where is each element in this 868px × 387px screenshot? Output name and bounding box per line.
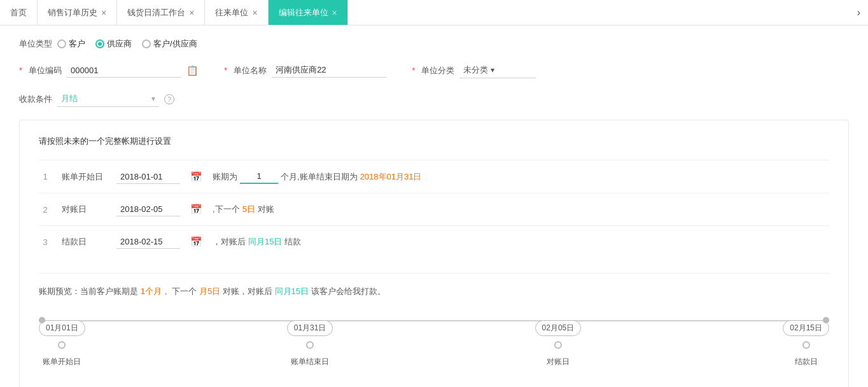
preview-reconcile-pre: 下一个 [172, 286, 197, 296]
tab-cash-work-close[interactable]: × [189, 8, 194, 17]
tab-home-label: 首页 [10, 7, 27, 18]
radio-customer-label: 客户 [69, 38, 85, 50]
timeline-points: 01月01日 账单开始日 01月31日 账单结束日 02月05日 对账日 [39, 320, 829, 367]
row-1-suffix: 账期为 个月,账单结束日期为 2018年01月31日 [213, 169, 421, 184]
unit-code-group: * 单位编码 📋 [19, 64, 199, 78]
radio-both-label: 客户/供应商 [153, 38, 197, 50]
timeline-bubble-3: 02月15日 [783, 320, 829, 336]
config-row-3: 3 结款日 📅 ，对账后 同月15日 结款 [39, 225, 829, 258]
row-2-date-input[interactable] [116, 202, 180, 216]
row-3-calendar-icon[interactable]: 📅 [190, 236, 202, 248]
timeline-dot-2 [554, 341, 562, 349]
timeline-dot-1 [306, 341, 314, 349]
unit-info-row: * 单位编码 📋 * 单位名称 * 单位分类 未分类 ▾ [19, 62, 849, 78]
timeline-point-1: 01月31日 账单结束日 [287, 320, 333, 367]
tab-partner[interactable]: 往来单位 × [205, 0, 268, 25]
tab-bar: 首页 销售订单历史 × 钱货日清工作台 × 往来单位 × 编辑往来单位 × › [0, 0, 868, 25]
unit-category-arrow: ▾ [491, 66, 494, 74]
row-1-suffix-mid: 个月,账单结束日期为 [281, 171, 358, 183]
row-2-label: 对账日 [62, 204, 106, 215]
radio-both[interactable]: 客户/供应商 [142, 38, 197, 50]
main-content: 单位类型 客户 供应商 客户/供应商 * 单位编码 [0, 25, 868, 387]
row-1-num: 1 [39, 172, 52, 181]
row-2-suffix-post: 对账 [258, 204, 274, 215]
unit-category-group: * 单位分类 未分类 ▾ [412, 62, 536, 78]
unit-type-row: 单位类型 客户 供应商 客户/供应商 [19, 38, 849, 50]
panel-title: 请按照未来的一个完整帐期进行设置 [39, 136, 829, 147]
unit-type-group: 单位类型 客户 供应商 客户/供应商 [19, 38, 197, 50]
payment-terms-info-icon[interactable]: ? [164, 94, 174, 104]
unit-code-label: 单位编码 [29, 65, 62, 76]
unit-name-input[interactable] [272, 64, 386, 78]
row-1-label: 账单开始日 [62, 171, 106, 183]
unit-type-label: 单位类型 [19, 38, 52, 50]
preview-label: 账期预览：当前客户账期是 [39, 286, 138, 296]
unit-name-group: * 单位名称 [224, 64, 386, 78]
row-2-num: 2 [39, 205, 52, 215]
timeline-label-1: 账单结束日 [291, 356, 329, 367]
row-3-label: 结款日 [62, 236, 106, 248]
radio-group: 客户 供应商 客户/供应商 [57, 38, 197, 50]
row-3-highlight: 同月15日 [248, 236, 282, 248]
radio-both-circle [142, 39, 151, 48]
preview-period: 1个月， [141, 286, 170, 296]
settings-panel: 请按照未来的一个完整帐期进行设置 1 账单开始日 📅 账期为 个月,账单结束日期… [19, 120, 849, 387]
row-1-period-input[interactable] [240, 169, 278, 184]
row-3-suffix-post: 结款 [284, 236, 301, 248]
timeline-point-0: 01月01日 账单开始日 [39, 320, 85, 367]
radio-customer[interactable]: 客户 [57, 38, 85, 50]
unit-name-star: * [224, 66, 227, 75]
payment-terms-row: 收款条件 月结 ▾ ? [19, 91, 849, 107]
radio-supplier[interactable]: 供应商 [95, 38, 132, 50]
tab-edit-partner-close[interactable]: × [332, 8, 337, 17]
timeline-bubble-1: 01月31日 [287, 320, 333, 336]
timeline: 01月01日 账单开始日 01月31日 账单结束日 02月05日 对账日 [39, 314, 829, 386]
tab-sales-history[interactable]: 销售订单历史 × [38, 0, 117, 25]
row-2-calendar-icon[interactable]: 📅 [190, 204, 202, 215]
config-row-2: 2 对账日 📅 ,下一个 5日 对账 [39, 193, 829, 225]
row-3-suffix: ，对账后 同月15日 结款 [213, 236, 301, 248]
row-2-suffix-pre: ,下一个 [213, 204, 240, 215]
row-2-suffix: ,下一个 5日 对账 [213, 204, 274, 215]
tab-more-button[interactable]: › [850, 0, 868, 25]
payment-terms-group: 收款条件 月结 ▾ ? [19, 91, 174, 107]
unit-category-star: * [412, 66, 415, 75]
preview-reconcile-post: 对账，对账后 [223, 286, 272, 296]
unit-code-calendar-icon[interactable]: 📋 [186, 65, 199, 76]
row-1-suffix-pre: 账期为 [213, 171, 237, 183]
tab-partner-close[interactable]: × [252, 8, 257, 17]
row-3-suffix-pre: ，对账后 [213, 236, 246, 248]
tab-edit-partner[interactable]: 编辑往来单位 × [269, 0, 348, 25]
tab-cash-work-label: 钱货日清工作台 [127, 7, 185, 18]
tab-sales-history-close[interactable]: × [101, 8, 106, 17]
timeline-label-0: 账单开始日 [43, 356, 81, 367]
row-3-num: 3 [39, 237, 52, 247]
row-1-calendar-icon[interactable]: 📅 [190, 171, 202, 183]
unit-code-star: * [19, 66, 22, 75]
row-1-date-input[interactable] [116, 170, 180, 184]
payment-terms-value: 月结 [61, 93, 149, 104]
payment-terms-dropdown[interactable]: 月结 ▾ [57, 91, 159, 107]
radio-supplier-circle [95, 39, 104, 48]
payment-terms-arrow: ▾ [151, 94, 155, 103]
tab-home[interactable]: 首页 [0, 0, 38, 25]
row-2-highlight: 5日 [242, 204, 255, 215]
unit-category-label: 单位分类 [421, 65, 454, 76]
tab-cash-work[interactable]: 钱货日清工作台 × [117, 0, 205, 25]
unit-category-value: 未分类 [463, 64, 488, 76]
timeline-point-3: 02月15日 结款日 [783, 320, 829, 367]
timeline-dot-3 [802, 341, 810, 349]
unit-code-input[interactable] [67, 64, 181, 78]
preview-text: 账期预览：当前客户账期是 1个月， 下一个 月5日 对账，对账后 同月15日 该… [39, 284, 829, 299]
payment-terms-label: 收款条件 [19, 94, 52, 105]
timeline-label-2: 对账日 [547, 356, 570, 367]
timeline-bubble-0: 01月01日 [39, 320, 85, 336]
preview-reconcile-highlight: 月5日 [199, 286, 220, 296]
radio-customer-circle [57, 39, 66, 48]
row-1-end-date: 2018年01月31日 [360, 171, 422, 183]
tab-sales-history-label: 销售订单历史 [48, 7, 97, 18]
unit-category-dropdown[interactable]: 未分类 ▾ [459, 62, 536, 78]
timeline-bubble-2: 02月05日 [535, 320, 582, 336]
timeline-dot-0 [58, 341, 66, 349]
row-3-date-input[interactable] [116, 235, 180, 249]
